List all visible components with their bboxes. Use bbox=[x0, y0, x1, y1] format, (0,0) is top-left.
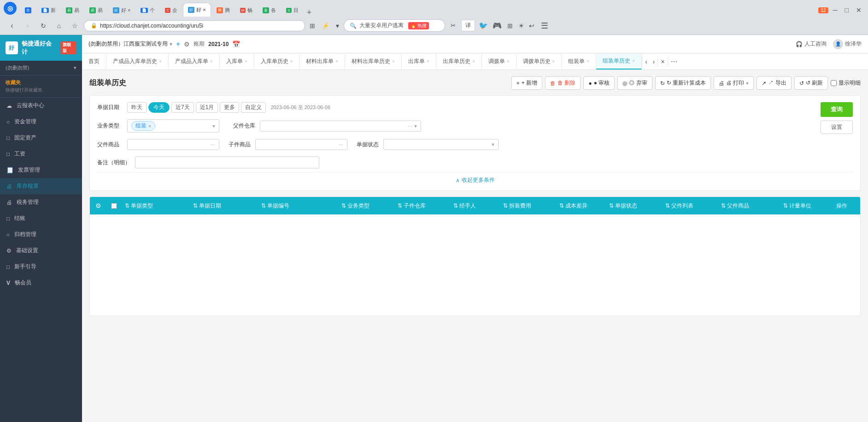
user-info[interactable]: 👤 徐泽华 bbox=[833, 39, 862, 49]
browser-tab-1[interactable]: 在 bbox=[20, 4, 36, 17]
th-parent-list[interactable]: ⇅父件列表 bbox=[662, 202, 718, 210]
lightning-btn[interactable]: ⚡ bbox=[320, 20, 331, 31]
sidebar-item-fund-mgmt[interactable]: ○ 资金管理 bbox=[0, 114, 82, 130]
sidebar-item-archive-mgmt[interactable]: ○ 归档管理 bbox=[0, 226, 82, 243]
select-all-checkbox[interactable] bbox=[111, 203, 117, 209]
browser-tab-6[interactable]: 📄 个 bbox=[136, 4, 159, 17]
header-company[interactable]: (勿删勿禁用）江西服宝测试专用 ▾ bbox=[88, 40, 172, 48]
tab-material-outbound[interactable]: 材料出库单 × bbox=[299, 54, 345, 69]
grid-btn[interactable]: ⊞ bbox=[505, 21, 515, 30]
undo-btn[interactable]: ↩ bbox=[528, 21, 535, 30]
browser-tab-2[interactable]: 📄 新 bbox=[37, 4, 60, 17]
child-goods-more-icon[interactable]: ··· bbox=[339, 141, 343, 148]
tab-close-prod-inbound-history[interactable]: × bbox=[159, 59, 162, 64]
tab-close-material-outbound[interactable]: × bbox=[335, 59, 338, 64]
translate-btn[interactable]: 译 bbox=[461, 20, 475, 31]
menu-btn[interactable]: ☰ bbox=[538, 20, 551, 32]
nav-back[interactable]: ‹ bbox=[6, 19, 18, 32]
browser-tab-4[interactable]: 易 易 bbox=[85, 4, 107, 17]
biz-type-tag-close[interactable]: × bbox=[148, 123, 151, 129]
tab-prod-inbound-history[interactable]: 产成品入库单历史 × bbox=[106, 54, 169, 69]
settings-gear-btn[interactable]: ⚙ bbox=[184, 40, 190, 48]
search-box[interactable]: 🔍 大量安卓用户逃离 🔥 热搜 bbox=[344, 19, 445, 32]
tab-close-assembly[interactable]: × bbox=[507, 59, 510, 64]
sidebar-item-payroll[interactable]: □ 工资 bbox=[0, 146, 82, 162]
show-detail-checkbox[interactable] bbox=[831, 80, 837, 86]
scissors-btn[interactable]: ✂ bbox=[448, 21, 458, 30]
parent-goods-more-icon[interactable]: ··· bbox=[211, 141, 215, 148]
browser-tab-3[interactable]: 易 易 bbox=[61, 4, 84, 17]
sidebar-company[interactable]: (勿删勿禁) ▾ bbox=[0, 61, 82, 75]
tab-close-inbound-history[interactable]: × bbox=[290, 59, 293, 64]
nav-forward[interactable]: › bbox=[21, 19, 34, 32]
tab-assembly-history[interactable]: 调拨单历史 × bbox=[516, 54, 562, 69]
recalc-btn[interactable]: ↻ ↻ 重新计算成本 bbox=[655, 76, 711, 90]
audit-btn[interactable]: ● ● 审核 bbox=[583, 76, 615, 90]
th-disassembly-fee[interactable]: ⇅拆装费用 bbox=[499, 202, 556, 210]
sidebar-item-invoice-mgmt[interactable]: 🧾 发票管理 bbox=[0, 162, 82, 178]
th-settings[interactable]: ⚙ bbox=[90, 202, 106, 209]
print-btn[interactable]: 🖨 🖨 打印 ▾ bbox=[714, 76, 754, 90]
qr-code-btn[interactable]: ⊞ bbox=[308, 20, 317, 31]
browser-tab-5[interactable]: 好 好 × bbox=[108, 4, 135, 17]
nav-refresh[interactable]: ↻ bbox=[37, 19, 50, 32]
window-maximize[interactable]: □ bbox=[842, 6, 851, 15]
filter-settings-btn[interactable]: 设置 bbox=[821, 121, 853, 134]
export-btn[interactable]: ↗ ↗ 导出 bbox=[757, 76, 791, 90]
browser-tab-7[interactable]: C 企 bbox=[160, 4, 182, 17]
biz-type-selector[interactable]: 组装 × ▾ bbox=[127, 119, 219, 133]
window-close[interactable]: ✕ bbox=[853, 6, 864, 15]
th-unit[interactable]: ⇅计量单位 bbox=[780, 202, 823, 210]
tab-close-assembly-history[interactable]: × bbox=[552, 59, 555, 64]
th-child-warehouse[interactable]: ⇅子件仓库 bbox=[394, 202, 450, 210]
tab-close-all[interactable]: × bbox=[658, 56, 668, 67]
tab-close-outbound-history[interactable]: × bbox=[472, 59, 475, 64]
th-checkbox[interactable] bbox=[106, 203, 121, 209]
game-btn[interactable]: 🎮 bbox=[492, 20, 503, 31]
calendar-btn[interactable]: 📅 bbox=[232, 40, 240, 48]
th-doc-date[interactable]: ⇅单据日期 bbox=[189, 202, 258, 210]
tab-nav-right[interactable]: › bbox=[650, 56, 658, 67]
tab-kit[interactable]: 组装单 × bbox=[562, 54, 596, 69]
sidebar-item-inventory[interactable]: 🖨 库存核算 bbox=[0, 178, 82, 194]
nav-bookmark[interactable]: ☆ bbox=[68, 19, 81, 32]
emoji-btn[interactable]: 🐦 bbox=[478, 20, 489, 31]
browser-tab-11[interactable]: 各 各 bbox=[258, 4, 281, 17]
add-company-btn[interactable]: + bbox=[176, 40, 180, 48]
date-btn-7days[interactable]: 近7天 bbox=[171, 102, 194, 113]
th-doc-type[interactable]: ⇅单据类型 bbox=[121, 202, 189, 210]
parent-goods-input[interactable]: ··· bbox=[127, 139, 219, 150]
tab-home[interactable]: 首页 bbox=[82, 54, 106, 69]
browser-tab-8[interactable]: 好 好 × bbox=[183, 3, 211, 17]
tab-prod-inbound[interactable]: 产成品入库单 × bbox=[169, 54, 220, 69]
sidebar-item-closing[interactable]: □ 结账 bbox=[0, 210, 82, 226]
tab-close-kit[interactable]: × bbox=[586, 59, 589, 64]
query-btn[interactable]: 查询 bbox=[821, 102, 853, 117]
refresh-btn[interactable]: ↺ ↺ 刷新 bbox=[794, 76, 828, 90]
date-btn-today[interactable]: 今天 bbox=[148, 102, 170, 113]
tab-material-outbound-history[interactable]: 材料出库单历史 × bbox=[345, 54, 402, 69]
th-doc-no[interactable]: ⇅单据编号 bbox=[258, 202, 338, 210]
tab-close-kit-history[interactable]: × bbox=[632, 58, 635, 64]
sidebar-item-basic-settings[interactable]: ⚙ 基础设置 bbox=[0, 243, 82, 259]
date-btn-1month[interactable]: 近1月 bbox=[196, 102, 218, 113]
tab-inbound[interactable]: 入库单 × bbox=[220, 54, 254, 69]
parent-warehouse-selector[interactable]: ··· ▾ bbox=[260, 121, 421, 132]
browser-tab-10[interactable]: M 畅 bbox=[235, 4, 258, 17]
browser-tab-12[interactable]: S 目 bbox=[282, 4, 303, 17]
dropdown-btn[interactable]: ▾ bbox=[334, 20, 341, 31]
th-handler[interactable]: ⇅经手人 bbox=[450, 202, 499, 210]
browser-tab-9[interactable]: 腾 腾 bbox=[212, 4, 235, 17]
address-bar[interactable]: 🔒 https://cloud.chanjet.com/accounting/u… bbox=[84, 20, 305, 31]
voucher-status-selector[interactable]: ▾ bbox=[383, 139, 499, 150]
th-cost-diff[interactable]: ⇅成本差异 bbox=[556, 202, 605, 210]
collapse-filter-btn[interactable]: ∧ 收起更多条件 bbox=[97, 172, 853, 184]
show-detail-checkbox-wrapper[interactable]: 显示明细 bbox=[831, 79, 861, 87]
date-btn-custom[interactable]: 自定义 bbox=[241, 102, 266, 113]
tab-close-material-outbound-history[interactable]: × bbox=[392, 59, 395, 64]
customer-service-btn[interactable]: 🎧 人工咨询 bbox=[796, 40, 827, 48]
tab-nav-left[interactable]: ‹ bbox=[642, 56, 650, 67]
sidebar-item-cloud-report[interactable]: ☁ 云报表中心 bbox=[0, 98, 82, 114]
brightness-btn[interactable]: ☀ bbox=[517, 21, 525, 30]
tab-outbound-history[interactable]: 出库单历史 × bbox=[436, 54, 482, 69]
